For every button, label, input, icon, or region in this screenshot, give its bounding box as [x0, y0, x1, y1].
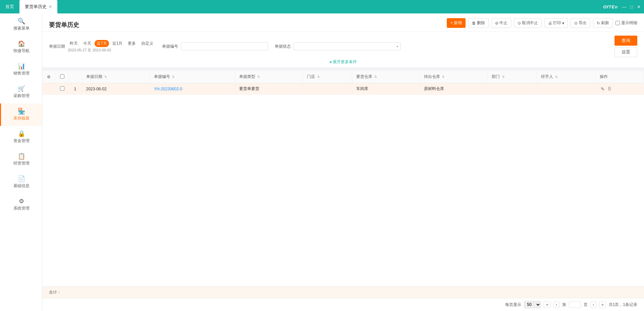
table-header-row: ⚙ 单据日期 ⇅ 单据编号 ⇅ [42, 71, 644, 83]
shortcut-yesterday[interactable]: 昨天 [68, 40, 80, 47]
export-icon: ⊙ [574, 21, 578, 26]
col-store[interactable]: 门店 ⇅ [303, 71, 352, 83]
doc-number-input[interactable] [181, 42, 268, 50]
row-edit-icon[interactable]: ✎ [600, 86, 606, 92]
stop-icon: ⊘ [495, 21, 498, 26]
export-button[interactable]: ⊙ 导出 [571, 18, 590, 28]
window-minimize-icon[interactable]: — [622, 4, 626, 9]
sidebar-label-basic-info: 基础信息 [13, 183, 30, 189]
new-button[interactable]: + 新增 [447, 18, 466, 28]
expand-conditions-btn[interactable]: ▾ 展开更多条件 [49, 59, 637, 65]
row-doc-no[interactable]: YH-20230602-0 [150, 83, 235, 95]
row-date: 2023-06-02 [82, 83, 150, 95]
per-page-select[interactable]: 50 20 100 200 [524, 301, 541, 308]
col-pending-warehouse[interactable]: 待出仓库 ⇅ [420, 71, 488, 83]
status-select[interactable] [293, 42, 401, 50]
sidebar-item-sales-mgmt[interactable]: 📊 销售管理 [0, 58, 42, 81]
col-settings[interactable]: ⚙ [42, 71, 56, 83]
sidebar-item-inventory[interactable]: 🏪 库存核算 [0, 103, 42, 126]
sidebar-item-operations-mgmt[interactable]: 📋 经营管理 [0, 148, 42, 171]
sort-doctype-icon: ⇅ [257, 75, 260, 79]
shortcut-7days[interactable]: 近7天 [95, 40, 109, 47]
stop-button[interactable]: ⊘ 中止 [491, 18, 511, 28]
tab-close-icon[interactable]: ✕ [49, 4, 52, 9]
toolbar: + 新增 🗑 删除 ⊘ 中止 ⊙ 取消中止 🖨 打印 ▾ [447, 18, 637, 31]
filter-row: 单据日期 昨天 今天 近7天 近1月 更多 自定义 2023-05-27 至 2… [49, 36, 637, 57]
page-label: 页 [584, 302, 588, 308]
sidebar-item-basic-info[interactable]: 📄 基础信息 [0, 171, 42, 193]
filter-group-date: 单据日期 昨天 今天 近7天 近1月 更多 自定义 2023-05-27 至 2… [49, 40, 155, 53]
page-jump-label: 第 [562, 302, 566, 308]
last-page-btn[interactable]: » [599, 301, 606, 308]
shortcut-today[interactable]: 今天 [81, 40, 93, 47]
row-settings [42, 83, 56, 95]
date-range-display: 2023-05-27 至 2023-06-02 [68, 48, 155, 53]
purchase-icon: 🛒 [18, 86, 25, 92]
col-req-warehouse[interactable]: 要货仓库 ⇅ [352, 71, 420, 83]
sidebar-item-finance-mgmt[interactable]: 🔒 资金管理 [0, 126, 42, 148]
display-detail-toggle[interactable]: 显示明细 [615, 20, 637, 26]
table-body: 1 2023-06-02 YH-20230602-0 要货单要货 车间库 原材料… [42, 83, 644, 95]
table-footer: 合计： [42, 286, 644, 298]
row-checkbox[interactable] [60, 86, 64, 91]
row-checkbox-cell[interactable] [56, 83, 68, 95]
refresh-button[interactable]: ↻ 刷新 [593, 18, 613, 28]
operations-icon: 📋 [18, 153, 25, 159]
sort-handler-icon: ⇅ [555, 75, 558, 79]
cancel-stop-icon: ⊙ [518, 21, 521, 26]
delete-button[interactable]: 🗑 删除 [468, 18, 489, 28]
cancel-stop-button[interactable]: ⊙ 取消中止 [514, 18, 542, 28]
sidebar-label-sales-mgmt: 销售管理 [13, 71, 30, 76]
date-shortcuts-container: 昨天 今天 近7天 近1月 更多 自定义 2023-05-27 至 2023-0… [68, 40, 155, 53]
sidebar-item-search-menu[interactable]: 🔍 搜索菜单 [0, 13, 42, 36]
table-container: ⚙ 单据日期 ⇅ 单据编号 ⇅ [42, 71, 644, 286]
display-detail-checkbox[interactable] [615, 21, 620, 25]
col-doc-type[interactable]: 单据类型 ⇅ [235, 71, 303, 83]
shortcut-more[interactable]: 更多 [126, 40, 138, 47]
doc-no-link[interactable]: YH-20230602-0 [154, 87, 182, 91]
main-layout: 🔍 搜索菜单 🏠 快捷导航 📊 销售管理 🛒 采购管理 🏪 库存核算 🔒 资金管… [0, 13, 644, 311]
tab-order-history[interactable]: 要货单历史 ✕ [19, 0, 57, 13]
tab-home[interactable]: 首页 [0, 0, 19, 13]
col-date[interactable]: 单据日期 ⇅ [82, 71, 150, 83]
sort-dept-icon: ⇅ [502, 75, 505, 79]
query-button[interactable]: 查询 [614, 36, 637, 46]
page-header: 要货单历史 + 新增 🗑 删除 ⊘ 中止 ⊙ 取消中止 🖨 打印 [42, 13, 644, 32]
select-all-checkbox[interactable] [60, 74, 64, 79]
print-button[interactable]: 🖨 打印 ▾ [544, 18, 568, 28]
settings-button[interactable]: 设置 [614, 47, 637, 57]
row-more-icon[interactable]: ⠿ [607, 86, 612, 92]
status-select-wrapper [293, 42, 401, 50]
window-close-icon[interactable]: ✕ [637, 4, 641, 9]
sidebar-item-purchase-mgmt[interactable]: 🛒 采购管理 [0, 81, 42, 103]
sort-pendingwh-icon: ⇅ [442, 75, 445, 79]
col-checkbox[interactable] [56, 71, 68, 83]
action-buttons: 查询 设置 [614, 36, 637, 57]
filter-area: 单据日期 昨天 今天 近7天 近1月 更多 自定义 2023-05-27 至 2… [42, 32, 644, 68]
sidebar-item-quick-nav[interactable]: 🏠 快捷导航 [0, 36, 42, 58]
print-icon: 🖨 [548, 21, 552, 26]
sidebar-item-system-mgmt[interactable]: ⚙ 系统管理 [0, 193, 42, 216]
col-handler[interactable]: 经手人 ⇅ [537, 71, 595, 83]
first-page-btn[interactable]: « [544, 301, 551, 308]
filter-group-doc-number: 单据编号 [162, 42, 268, 50]
prev-page-btn[interactable]: ‹ [553, 301, 559, 308]
pagination-bar: 每页显示 50 20 100 200 « ‹ 第 1 页 › » 共1页，1条记… [42, 298, 644, 311]
expand-row: ▾ 展开更多条件 [49, 59, 637, 65]
search-icon: 🔍 [18, 18, 25, 24]
row-doc-type: 要货单要货 [235, 83, 303, 95]
finance-icon: 🔒 [18, 131, 25, 137]
window-maximize-icon[interactable]: □ [630, 4, 633, 9]
brand-label: OfTEn [603, 4, 618, 9]
col-doc-no[interactable]: 单据编号 ⇅ [150, 71, 235, 83]
shortcut-1month[interactable]: 近1月 [110, 40, 125, 47]
page-number-input[interactable]: 1 [569, 301, 581, 308]
page-title: 要货单历史 [49, 21, 79, 29]
shortcut-custom[interactable]: 自定义 [139, 40, 155, 47]
home-icon: 🏠 [18, 41, 25, 47]
row-department [488, 83, 537, 95]
sidebar-label-system-mgmt: 系统管理 [13, 206, 30, 211]
next-page-btn[interactable]: › [590, 301, 596, 308]
sort-docno-icon: ⇅ [172, 75, 175, 79]
col-department[interactable]: 部门 ⇅ [488, 71, 537, 83]
